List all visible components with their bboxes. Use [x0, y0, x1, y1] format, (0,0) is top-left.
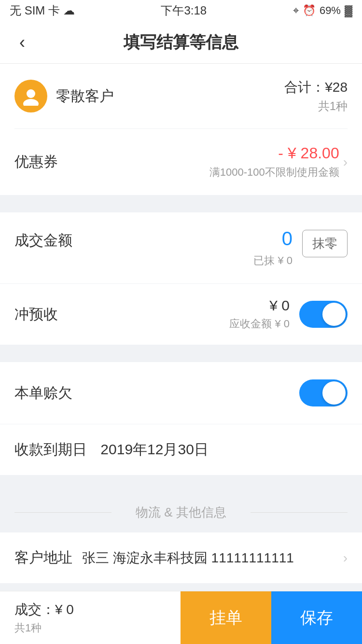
- logistics-header: 物流 & 其他信息: [0, 492, 362, 532]
- bottom-bar: 成交：¥ 0 共1种 挂单 保存: [0, 591, 362, 644]
- deal-label: 成交：: [14, 602, 55, 617]
- customer-card: 零散客户 合计：¥28 共1种 优惠券 - ¥ 28.00 满1000-100不…: [0, 64, 362, 195]
- coupon-label: 优惠券: [14, 152, 58, 172]
- status-left: 无 SIM 卡 ☁: [10, 3, 75, 18]
- prereceive-row: 冲预收 ¥ 0 应收金额 ¥ 0: [0, 283, 362, 345]
- customer-name: 零散客户: [56, 86, 114, 106]
- customer-left: 零散客户: [14, 80, 114, 112]
- back-button[interactable]: ‹: [14, 28, 30, 57]
- bottom-deal: 成交：¥ 0: [14, 601, 166, 619]
- transaction-card: 成交金额 0 已抹 ¥ 0 抹零 冲预收 ¥ 0 应收金额 ¥ 0: [0, 212, 362, 345]
- address-value: 张三 海淀永丰科技园 11111111111: [82, 549, 343, 567]
- address-label: 客户地址: [14, 548, 72, 568]
- section-gap-1: [0, 203, 362, 212]
- svg-point-0: [27, 89, 35, 98]
- user-icon: [21, 86, 41, 106]
- coupon-row[interactable]: 优惠券 - ¥ 28.00 满1000-100不限制使用金额 ›: [0, 129, 362, 195]
- amount-input-area: 0 已抹 ¥ 0: [253, 228, 292, 268]
- section-gap-2: [0, 352, 362, 362]
- sim-status: 无 SIM 卡 ☁: [10, 3, 75, 18]
- debt-card: 本单赊欠 收款到期日 2019年12月30日: [0, 362, 362, 475]
- divider-left: [14, 512, 111, 513]
- divider-right: [251, 512, 348, 513]
- section-gap-3: [0, 483, 362, 492]
- bottom-info: 成交：¥ 0 共1种: [0, 601, 181, 635]
- prereceive-main: ¥ 0: [229, 297, 290, 314]
- nav-bar: ‹ 填写结算等信息: [0, 21, 362, 64]
- prereceive-toggle[interactable]: [299, 301, 348, 328]
- amount-row: 成交金额 0 已抹 ¥ 0 抹零: [0, 212, 362, 283]
- amount-right: 0 已抹 ¥ 0 抹零: [253, 228, 348, 268]
- debt-toggle[interactable]: [299, 379, 348, 406]
- amount-sub: 已抹 ¥ 0: [253, 253, 292, 268]
- location-icon: ⌖: [293, 4, 299, 17]
- chevron-right-icon-2: ›: [343, 550, 348, 566]
- debt-label: 本单赊欠: [14, 383, 72, 403]
- coupon-desc: 满1000-100不限制使用金额: [209, 165, 339, 180]
- address-row[interactable]: 客户地址 张三 海淀永丰科技园 11111111111 ›: [0, 532, 362, 583]
- duedate-label: 收款到期日: [14, 441, 87, 457]
- amount-label: 成交金额: [14, 228, 72, 251]
- coupon-right: - ¥ 28.00 满1000-100不限制使用金额: [209, 144, 339, 180]
- prereceive-label: 冲预收: [14, 305, 58, 324]
- svg-point-1: [23, 99, 39, 106]
- toggle-knob: [322, 303, 346, 326]
- duedate-row: 收款到期日 2019年12月30日: [0, 424, 362, 475]
- battery-level: 69%: [320, 4, 341, 17]
- hang-button[interactable]: 挂单: [181, 591, 271, 644]
- deal-amount: ¥ 0: [55, 602, 74, 617]
- main-content: 零散客户 合计：¥28 共1种 优惠券 - ¥ 28.00 满1000-100不…: [0, 64, 362, 644]
- round-zero-button[interactable]: 抹零: [302, 230, 348, 257]
- status-time: 下午3:18: [161, 3, 207, 18]
- customer-summary: 合计：¥28 共1种: [284, 78, 348, 114]
- battery-icon: ▓: [345, 4, 352, 17]
- alarm-icon: ⏰: [303, 4, 316, 17]
- chevron-right-icon: ›: [343, 154, 348, 170]
- save-button[interactable]: 保存: [271, 591, 362, 644]
- amount-value[interactable]: 0: [253, 228, 292, 250]
- prereceive-amounts: ¥ 0 应收金额 ¥ 0: [229, 297, 290, 331]
- status-bar: 无 SIM 卡 ☁ 下午3:18 ⌖ ⏰ 69% ▓: [0, 0, 362, 21]
- coupon-right-area: - ¥ 28.00 满1000-100不限制使用金额 ›: [209, 144, 348, 180]
- page-title: 填写结算等信息: [124, 31, 238, 54]
- bottom-deal-count: 共1种: [14, 621, 166, 635]
- address-card[interactable]: 客户地址 张三 海淀永丰科技园 11111111111 ›: [0, 532, 362, 583]
- total-price: 合计：¥28: [284, 78, 348, 97]
- prereceive-right: ¥ 0 应收金额 ¥ 0: [229, 297, 348, 331]
- logistics-label: 物流 & 其他信息: [136, 504, 226, 521]
- total-count: 共1种: [284, 98, 348, 114]
- coupon-amount: - ¥ 28.00: [209, 144, 339, 162]
- prereceive-sub: 应收金额 ¥ 0: [229, 317, 290, 331]
- debt-toggle-knob: [322, 381, 346, 405]
- duedate-value: 2019年12月30日: [100, 441, 208, 457]
- status-right: ⌖ ⏰ 69% ▓: [293, 4, 352, 17]
- avatar: [14, 80, 47, 112]
- customer-row: 零散客户 合计：¥28 共1种: [0, 64, 362, 128]
- debt-row: 本单赊欠: [0, 362, 362, 424]
